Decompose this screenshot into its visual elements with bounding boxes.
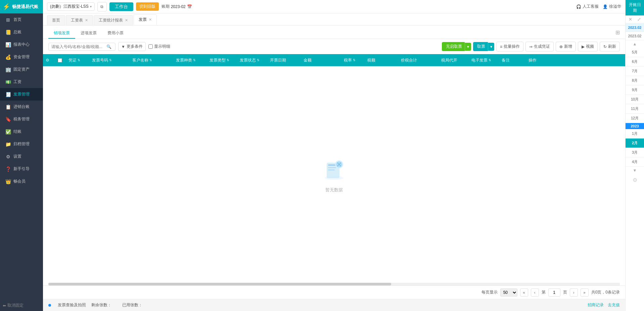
rp-month-2023-2[interactable]: 2月 [626, 139, 644, 148]
sidebar-item-ledger[interactable]: 📒 总账 [0, 26, 43, 38]
th-e-invoice[interactable]: 电子发票 ⇅ [469, 57, 499, 63]
filter-button[interactable]: ▼ 更多条件 [118, 42, 146, 51]
rp-close-icon[interactable]: ✕ [629, 17, 632, 22]
sidebar-item-tax[interactable]: 🔖 税务管理 [0, 113, 43, 125]
support-item[interactable]: 🎧 人工客服 [576, 4, 599, 9]
show-detail-checkbox[interactable] [148, 44, 153, 49]
rp-month-8[interactable]: 8月 [626, 76, 644, 85]
no-tax-button[interactable]: 无启取票 [442, 42, 465, 51]
sales-icon: 📋 [5, 104, 11, 110]
sub-tab-expense-receipt[interactable]: 费用小票 [102, 28, 129, 39]
prev-page-button[interactable]: ‹ [531, 288, 539, 297]
tab-payroll-close[interactable]: ✕ [85, 18, 88, 23]
th-settings[interactable]: ⚙ [43, 58, 55, 63]
tab-invoices-close[interactable]: ✕ [149, 17, 152, 22]
show-detail-checkbox-label[interactable]: 显示明细 [148, 44, 170, 49]
tab-home[interactable]: 首页 [47, 15, 65, 25]
generate-voucher-button[interactable]: ⇒ 生成凭证 [525, 42, 554, 51]
sidebar-item-assets[interactable]: 🏢 固定资产 [0, 63, 43, 76]
last-page-button[interactable]: » [581, 288, 589, 297]
no-tax-dropdown-button[interactable]: ▾ [465, 43, 471, 51]
rp-month-5[interactable]: 5月 [626, 48, 644, 57]
th-note[interactable]: 备注 [499, 57, 526, 63]
sidebar-item-reports[interactable]: 📊 报表中心 [0, 38, 43, 51]
sidebar-item-archive[interactable]: 📁 归档管理 [0, 138, 43, 150]
workbench-button[interactable]: 工作台 [109, 2, 133, 11]
sidebar-item-close[interactable]: ✅ 结账 [0, 125, 43, 138]
th-amount[interactable]: 金额 [301, 57, 341, 63]
select-all-checkbox[interactable] [58, 58, 62, 63]
rp-month-10[interactable]: 10月 [626, 95, 644, 104]
rp-period-2023-02-header[interactable]: 2023.02 [626, 24, 644, 32]
page-number-input[interactable]: 1 [548, 288, 560, 297]
th-check[interactable] [55, 58, 66, 63]
grid-view-toggle[interactable]: ⊞ [615, 29, 620, 38]
horizontal-scrollbar[interactable] [48, 283, 620, 285]
tab-payroll[interactable]: 工资表 ✕ [66, 15, 93, 25]
th-tax-rate[interactable]: 税率 ⇅ [341, 57, 365, 63]
th-invoice-no[interactable]: 发票号码 ⇅ [89, 57, 130, 63]
th-invoice-category[interactable]: 发票类型 ⇅ [207, 57, 237, 63]
th-tax[interactable]: 税额 [365, 57, 398, 63]
th-total[interactable]: 价税合计 [398, 57, 439, 63]
search-input[interactable] [51, 44, 105, 49]
sidebar-item-invoices[interactable]: 🧾 发票管理 [0, 88, 43, 101]
th-voucher[interactable]: 凭证 ⇅ [66, 57, 89, 63]
take-button[interactable]: 取票 [473, 42, 488, 51]
switch-version-button[interactable]: 切到旧版 [136, 2, 159, 11]
rp-month-2023-4[interactable]: 4月 [626, 157, 644, 167]
tab-invoices[interactable]: 发票 ✕ [134, 14, 157, 25]
sidebar-item-home[interactable]: ⊞ 首页 [0, 13, 43, 26]
svg-rect-4 [328, 169, 335, 170]
user-item[interactable]: 👤 徐溢华 [603, 4, 621, 9]
rp-month-12[interactable]: 12月 [626, 114, 644, 123]
th-invoice-type[interactable]: 发票种类 ⇅ [173, 57, 207, 63]
rp-month-11[interactable]: 11月 [626, 104, 644, 114]
th-invoice-status[interactable]: 发票状态 ⇅ [237, 57, 267, 63]
take-dropdown-button[interactable]: ▾ [488, 43, 494, 51]
rp-month-2023-1[interactable]: 1月 [626, 129, 644, 139]
sidebar-item-label: 发票管理 [13, 91, 30, 97]
recharge-records-link[interactable]: 招商记录 [588, 302, 604, 308]
rp-down-arrow[interactable]: ▼ [633, 168, 637, 173]
video-button[interactable]: ▶ 视频 [578, 42, 598, 51]
go-recharge-link[interactable]: 去充值 [608, 302, 620, 308]
batch-ops-label: 批量操作 [504, 44, 520, 49]
tab-payroll-stats[interactable]: 工资统计报表 ✕ [94, 15, 133, 25]
period-label: 账期 [162, 4, 170, 9]
rp-month-7[interactable]: 7月 [626, 67, 644, 76]
rp-settings-icon[interactable]: ⚙ [626, 174, 644, 186]
rp-up-arrow[interactable]: ▲ [633, 42, 637, 46]
sidebar-item-guide[interactable]: ❓ 新手引导 [0, 163, 43, 175]
sidebar-item-payroll[interactable]: 💵 工资 [0, 76, 43, 88]
unpin-button[interactable]: ⬅ 取消固定 [0, 300, 43, 311]
next-page-button[interactable]: › [570, 288, 578, 297]
rp-month-9[interactable]: 9月 [626, 85, 644, 95]
batch-ops-button[interactable]: ≡ 批量操作 [496, 42, 523, 51]
copy-icon[interactable]: ⧉ [97, 2, 107, 11]
sidebar-item-settings[interactable]: ⚙ 设置 [0, 150, 43, 163]
tab-payroll-stats-close[interactable]: ✕ [125, 18, 128, 23]
rp-month-2023-3[interactable]: 3月 [626, 148, 644, 157]
period-calendar-icon[interactable]: 📅 [187, 4, 192, 9]
th-open-date[interactable]: 开票日期 [267, 57, 301, 63]
th-action-label: 操作 [528, 57, 537, 63]
open-period-button[interactable]: 开账日期 [626, 0, 644, 15]
first-page-button[interactable]: « [520, 288, 528, 297]
new-button[interactable]: ⊕ 新增 [556, 42, 576, 51]
sidebar-item-sales[interactable]: 📋 进销台账 [0, 101, 43, 113]
company-selector[interactable]: (勿删）江西股宝-LSS ▾ [47, 2, 95, 11]
rp-month-6[interactable]: 6月 [626, 57, 644, 67]
scrollbar-thumb[interactable] [48, 283, 391, 285]
refresh-button[interactable]: ↻ 刷新 [600, 42, 620, 51]
th-invoice-category-label: 发票类型 [210, 57, 226, 63]
rp-expand-icon[interactable]: ⤢ [637, 17, 641, 22]
sub-tab-sales-invoice[interactable]: 销项发票 [48, 28, 75, 39]
sidebar-item-funds[interactable]: 💰 资金管理 [0, 51, 43, 63]
sidebar-item-member[interactable]: 👑 畅会员 [0, 175, 43, 188]
sub-tab-purchase-invoice[interactable]: 进项发票 [75, 28, 102, 39]
rp-period-2023-02[interactable]: 2023.02 [626, 32, 644, 40]
th-tax-code[interactable]: 税局代开 [439, 57, 469, 63]
per-page-select[interactable]: 50 10 20 100 [500, 288, 517, 297]
th-customer[interactable]: 客户名称 ⇅ [130, 57, 173, 63]
